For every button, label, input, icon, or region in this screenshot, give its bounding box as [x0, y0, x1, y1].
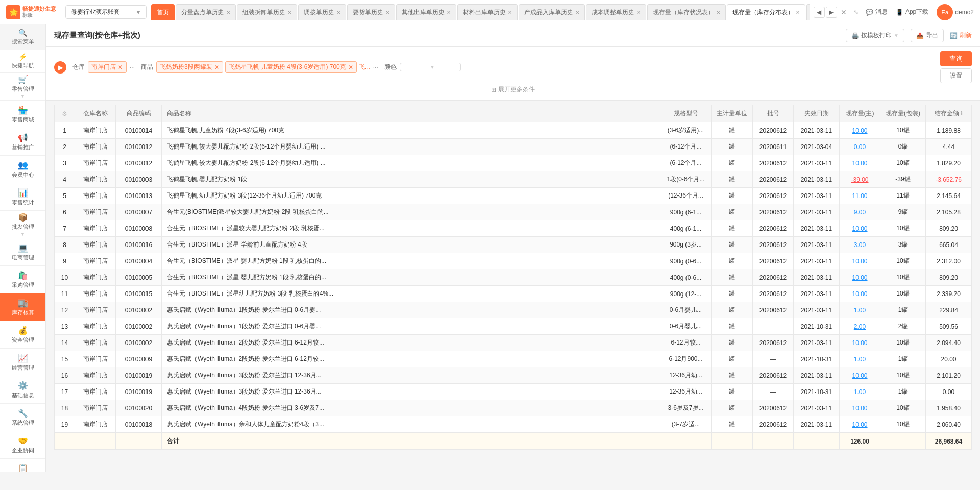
cell-name-12: 惠氏启赋（Wyeth illuma）1段奶粉 爱尔兰进口 0-6月婴... [162, 318, 660, 335]
warehouse-tags: 南岸门店 ✕ [88, 61, 127, 73]
nav-maximize[interactable]: ⤡ [850, 7, 862, 18]
sidebar-item-member[interactable]: 👥 会员中心 [0, 156, 45, 183]
cell-qty-1[interactable]: 0.00 [840, 139, 880, 155]
cell-spec-7: 900g (3岁... [660, 237, 712, 253]
expand-more-btn[interactable]: ⊞ 展开更多条件 [54, 83, 972, 96]
product-tag-1[interactable]: 飞鹤奶粉3段两罐装 ✕ [156, 61, 223, 73]
tab-close-cost[interactable]: ✕ [636, 10, 641, 15]
cell-qty-13[interactable]: 10.00 [840, 335, 880, 351]
cell-warehouse-0: 南岸门店 [75, 122, 116, 139]
sidebar-search[interactable]: 🔍 搜索菜单 [0, 24, 45, 50]
cell-qty-5[interactable]: 9.00 [840, 204, 880, 220]
cell-qty-4[interactable]: 11.00 [840, 188, 880, 204]
cell-qty-11[interactable]: 1.00 [840, 302, 880, 318]
tab-close-material[interactable]: ✕ [508, 10, 512, 15]
sidebar-item-operations[interactable]: 📈 经营管理 [0, 349, 45, 376]
refresh-btn[interactable]: 🔄 刷新 [950, 31, 972, 40]
sidebar-item-system[interactable]: 🔧 系统管理 [0, 404, 45, 431]
product-more[interactable]: ··· [373, 64, 378, 71]
cell-qty-7[interactable]: 3.00 [840, 237, 880, 253]
warehouse-tag[interactable]: 南岸门店 ✕ [88, 61, 127, 73]
amount-info-icon[interactable]: ℹ [961, 110, 963, 116]
cell-qty-12[interactable]: 2.00 [840, 318, 880, 335]
cell-qty2-7: 3罐 [880, 237, 926, 253]
cell-spec-13: 6-12月较... [660, 335, 712, 351]
tab-material[interactable]: 材料出库单历史 ✕ [457, 4, 518, 20]
cell-name-6: 合生元（BIOSTIME）派星较大婴儿配方奶粉 2段 乳核蛋... [162, 220, 660, 237]
tab-transfer[interactable]: 调拨单历史 ✕ [298, 4, 346, 20]
column-settings-icon[interactable]: ⚙ [62, 110, 67, 117]
message-btn[interactable]: 💬 消息 [866, 8, 888, 16]
tab-current-stock[interactable]: 现存量（库存状况表） ✕ [647, 4, 726, 20]
tab-close-split[interactable]: ✕ [226, 10, 230, 15]
search-icon: 🔍 [18, 29, 27, 37]
sidebar-item-retail-stats[interactable]: 📊 零售统计 [0, 183, 45, 211]
product-tag-2[interactable]: 飞鹤星飞帆 儿童奶粉 4段(3-6岁适用) 700克 ✕ [225, 61, 357, 73]
sidebar-item-retail-mgmt[interactable]: 🛒 零售管理 ▼ [0, 73, 45, 101]
sidebar-item-ecommerce[interactable]: 💻 电商管理 [0, 238, 45, 266]
cell-expire-1: 2021-03-04 [794, 139, 840, 155]
search-button[interactable]: 查询 [940, 51, 972, 66]
sidebar-item-new-guide[interactable]: 📋 新手引导 [0, 459, 45, 472]
tab-disassemble[interactable]: 组装拆卸单历史 ✕ [237, 4, 297, 20]
app-download-btn[interactable]: 📱 App下载 [896, 8, 928, 16]
nav-close-all[interactable]: ✕ [838, 7, 849, 18]
cell-qty-18[interactable]: 10.00 [840, 416, 880, 433]
tab-close-dist[interactable]: ✕ [796, 10, 800, 15]
cell-unit-14: 罐 [712, 351, 753, 368]
total-empty-5 [712, 433, 753, 450]
sidebar-quick-nav[interactable]: ⚡ 快捷导航 [0, 50, 45, 73]
toggle-expand-btn[interactable]: ▶ [54, 61, 66, 74]
tab-home[interactable]: 首页 [151, 4, 175, 20]
tab-batch-ledger[interactable]: 库存批次账 ✕ [806, 4, 810, 20]
sidebar-item-inventory[interactable]: 🏬 库存核算 [0, 293, 45, 321]
tab-requisition[interactable]: 要货单历史 ✕ [347, 4, 395, 20]
tab-split-inventory[interactable]: 分量盘点单历史 ✕ [176, 4, 236, 20]
cell-name-15: 惠氏启赋（Wyeth illuma）3段奶粉 爱尔兰进口 12-36月... [162, 368, 660, 384]
sidebar-item-retail-shop[interactable]: 🏪 零售商城 [0, 101, 45, 128]
tab-close-transfer[interactable]: ✕ [336, 10, 340, 15]
cell-amount-10: 2,339.20 [926, 286, 972, 302]
basics-label: 基础信息 [12, 391, 34, 399]
warehouse-more[interactable]: ··· [130, 64, 135, 71]
user-profile[interactable]: Ea demo2 [937, 4, 974, 20]
cell-qty-17[interactable]: 10.00 [840, 400, 880, 416]
cell-qty-15[interactable]: 10.00 [840, 368, 880, 384]
cell-qty-9[interactable]: 10.00 [840, 270, 880, 286]
tab-other-out[interactable]: 其他出库单历史 ✕ [396, 4, 456, 20]
tab-cost-adjust[interactable]: 成本调整单历史 ✕ [586, 4, 646, 20]
print-btn[interactable]: 🖨️ 按模板打印 ▼ [846, 29, 904, 42]
cell-batch-4: 20200612 [753, 188, 794, 204]
sidebar-item-finance[interactable]: 💰 资金管理 [0, 321, 45, 349]
cell-qty-14[interactable]: 1.00 [840, 351, 880, 368]
tab-close-stock[interactable]: ✕ [716, 10, 720, 15]
export-btn[interactable]: 📤 导出 [911, 29, 944, 42]
tab-product-in[interactable]: 产成品入库单历史 ✕ [519, 4, 585, 20]
sidebar-item-wholesale[interactable]: 📦 批发管理 ▼ [0, 211, 45, 238]
cell-qty-10[interactable]: 10.00 [840, 286, 880, 302]
tab-close-product[interactable]: ✕ [575, 10, 579, 15]
sidebar-item-basics[interactable]: ⚙️ 基础信息 [0, 376, 45, 404]
sidebar-item-marketing[interactable]: 📢 营销推广 [0, 128, 45, 156]
settings-button[interactable]: 设置 [940, 68, 972, 83]
cell-qty-0[interactable]: 10.00 [840, 122, 880, 139]
account-selector[interactable]: 母婴行业演示账套 ▼ [65, 5, 147, 19]
tab-close-other[interactable]: ✕ [447, 10, 451, 15]
cell-qty-2[interactable]: 10.00 [840, 155, 880, 172]
nav-next[interactable]: ▶ [826, 7, 837, 18]
color-dropdown[interactable]: ▼ [400, 63, 461, 71]
product-tag-2-remove[interactable]: ✕ [348, 64, 353, 71]
sidebar-item-enterprise[interactable]: 🤝 企业协同 [0, 431, 45, 459]
cell-qty-8[interactable]: 10.00 [840, 253, 880, 270]
purchase-icon: 🛍️ [18, 271, 28, 280]
nav-prev[interactable]: ◀ [814, 7, 825, 18]
product-tag-1-remove[interactable]: ✕ [214, 64, 219, 71]
sidebar-item-purchase[interactable]: 🛍️ 采购管理 [0, 266, 45, 293]
cell-qty-3[interactable]: -39.00 [840, 172, 880, 188]
tab-current-dist[interactable]: 现存量（库存分布表） ✕ [727, 4, 805, 20]
warehouse-tag-remove[interactable]: ✕ [118, 64, 123, 71]
tab-close-req[interactable]: ✕ [385, 10, 389, 15]
tab-close-disassemble[interactable]: ✕ [287, 10, 291, 15]
cell-qty-6[interactable]: 10.00 [840, 220, 880, 237]
cell-qty-16[interactable]: 1.00 [840, 384, 880, 400]
